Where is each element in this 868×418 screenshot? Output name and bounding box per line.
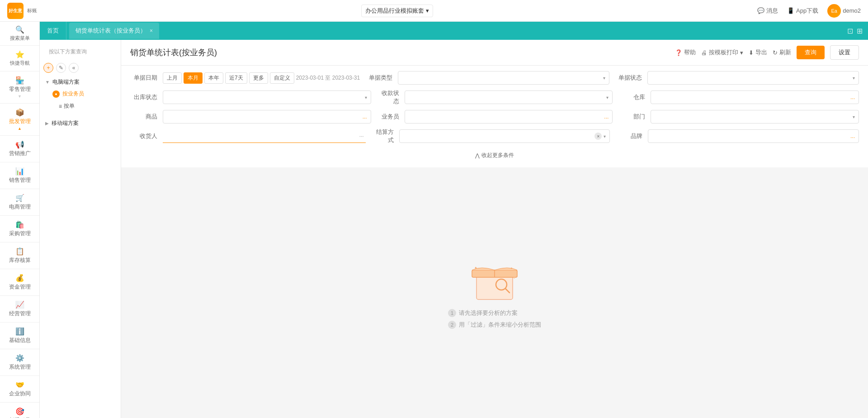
sidebar-item-wholesale[interactable]: 📦 批发管理 ▲	[0, 104, 39, 136]
consignee-input[interactable]	[163, 129, 366, 143]
payment-label: 结算方式	[371, 128, 394, 144]
brand-more-icon: ...	[850, 133, 855, 139]
filter-area: 单据日期 上月 本月 本年 近7天 更多 自定义 2023-03-01 至 20…	[121, 66, 868, 167]
sidebar-item-newbie[interactable]: 🎯 新手引导	[0, 403, 39, 418]
search-icon: 🔍	[15, 25, 24, 34]
desktop-arrow-icon: ▼	[45, 80, 50, 85]
scheme-group-mobile: ▶ 移动端方案	[40, 116, 121, 131]
empty-messages: 1 请先选择要分析的方案 2 用「过滤」条件来缩小分析范围	[448, 309, 541, 329]
tab-home[interactable]: 首页	[40, 22, 66, 40]
page-header: 销货单统计表(按业务员) ❓ 帮助 🖨 按模板打印 ▾	[121, 40, 868, 66]
date-btn-thismonth[interactable]: 本月	[184, 72, 203, 84]
msg-num-2: 2	[448, 321, 456, 329]
empty-state: ✦ ✦ ✦ 1 请先选择要分析的方案 2	[448, 256, 541, 329]
system-icon: ⚙️	[15, 354, 24, 362]
sidebar-item-finance[interactable]: 💰 资金管理	[0, 269, 39, 296]
empty-icon: ✦ ✦ ✦	[467, 256, 522, 302]
sidebar-item-ecommerce[interactable]: 🛒 电商管理	[0, 189, 39, 216]
payment-select[interactable]: × ▾	[399, 129, 610, 143]
app-download-btn[interactable]: 📱 App下载	[787, 7, 818, 15]
export-link[interactable]: ⬇ 导出	[749, 48, 767, 57]
department-chevron-icon: ▾	[853, 114, 855, 119]
tab-maximize-btn[interactable]: ⊞	[857, 27, 863, 35]
department-select[interactable]: ▾	[651, 110, 859, 124]
outstatus-chevron-icon: ▾	[365, 95, 367, 100]
sidebar-item-basicinfo[interactable]: ℹ️ 基础信息	[0, 323, 39, 349]
consignee-label: 收货人	[130, 132, 157, 140]
tab-bar-actions: ⊡ ⊞	[847, 27, 868, 35]
filter-row-4: 收货人 ··· 结算方式 × ▾ 品牌 ...	[130, 128, 859, 144]
query-btn[interactable]: 查询	[797, 46, 825, 59]
active-dot-icon: ●	[52, 90, 60, 98]
app-logo-icon: 好生意	[7, 3, 24, 19]
add-scheme-btn[interactable]: +	[43, 63, 53, 73]
salesman-label: 业务员	[377, 113, 399, 121]
help-link[interactable]: ❓ 帮助	[675, 48, 696, 57]
wholesale-icon: 📦	[15, 108, 24, 117]
refresh-icon: ↻	[773, 49, 778, 56]
doctype-select[interactable]: ▾	[398, 71, 609, 85]
warehouse-select[interactable]: ...	[651, 90, 859, 104]
scheme-desktop-header[interactable]: ▼ 电脑端方案	[40, 76, 121, 88]
sidebar-item-search[interactable]: 🔍 搜索菜单	[0, 22, 39, 46]
sidebar-item-inventory[interactable]: 📋 库存核算	[0, 242, 39, 269]
collapse-up-icon: ⋀	[475, 152, 480, 159]
sidebar-item-retail[interactable]: 🏪 零售管理 ▼	[0, 71, 39, 104]
left-panel-title: 按以下方案查询	[43, 46, 92, 59]
receivestatus-select[interactable]: ▾	[405, 90, 613, 104]
sidebar-item-sales[interactable]: 📊 销售管理	[0, 162, 39, 189]
svg-text:✦: ✦	[510, 267, 513, 270]
user-avatar-btn[interactable]: Ea demo2	[827, 4, 861, 18]
page-title-row: 销货单统计表(按业务员) ❓ 帮助 🖨 按模板打印 ▾	[130, 45, 859, 60]
template-print-link[interactable]: 🖨 按模板打印 ▾	[701, 48, 743, 57]
date-btn-7days[interactable]: 近7天	[225, 72, 247, 84]
scheme-mobile-header[interactable]: ▶ 移动端方案	[40, 118, 121, 129]
inventory-icon: 📋	[15, 247, 24, 256]
brand-select[interactable]: ...	[648, 129, 859, 143]
filter-row-2: 出库状态 ▾ 收款状态 ▾ 仓库 ...	[130, 89, 859, 105]
scheme-item-byorder[interactable]: ≡ 按单	[40, 100, 121, 112]
svg-rect-0	[476, 275, 513, 299]
empty-box-svg: ✦ ✦ ✦	[467, 256, 522, 302]
salesman-select[interactable]: ...	[405, 110, 613, 124]
print-dropdown-icon: ▾	[740, 49, 743, 56]
goods-select[interactable]: ...	[163, 110, 371, 124]
outstatus-select[interactable]: ▾	[163, 90, 371, 104]
sidebar-item-system[interactable]: ⚙️ 系统管理	[0, 349, 39, 376]
outstatus-label: 出库状态	[130, 93, 157, 101]
collapse-btn[interactable]: ⋀ 收起更多条件	[130, 149, 859, 162]
app-subtitle: 标账	[27, 7, 37, 14]
payment-chevron-icon: ▾	[604, 134, 606, 139]
refresh-link[interactable]: ↻ 刷新	[773, 48, 791, 57]
settings-btn[interactable]: 设置	[830, 45, 859, 60]
retail-icon: 🏪	[15, 76, 24, 85]
collapse-scheme-btn[interactable]: «	[69, 63, 79, 73]
message-btn[interactable]: 💬 消息	[757, 7, 778, 15]
sidebar-item-quicknav[interactable]: ⭐ 快捷导航	[0, 46, 39, 71]
date-btn-custom[interactable]: 自定义	[270, 72, 294, 84]
sidebar-item-purchase[interactable]: 🛍️ 采购管理	[0, 216, 39, 242]
filter-row-3: 商品 ... 业务员 ... 部门 ▾	[130, 110, 859, 124]
tab-close-btn[interactable]: ×	[150, 28, 153, 34]
consignee-more-icon[interactable]: ···	[359, 133, 364, 139]
app-selector-dropdown[interactable]: 办公用品行业模拟账套 ▾	[361, 5, 433, 17]
date-btn-more[interactable]: 更多	[249, 72, 268, 84]
warehouse-label: 仓库	[618, 93, 645, 101]
tab-restore-btn[interactable]: ⊡	[847, 27, 853, 35]
salesman-more-icon: ...	[604, 114, 609, 120]
scheme-item-bysalesman[interactable]: ● 按业务员	[40, 88, 121, 100]
page-content: 按以下方案查询 + ✎ « ▼ 电脑端方案 ● 按业务员	[40, 40, 868, 418]
docstatus-select[interactable]: ▾	[647, 71, 859, 85]
sidebar-item-enterprise[interactable]: 🤝 企业协同	[0, 376, 39, 403]
logo-area: 好生意 标账	[7, 3, 37, 19]
warehouse-more-icon: ...	[850, 94, 855, 100]
payment-clear-btn[interactable]: ×	[594, 133, 602, 140]
tab-current[interactable]: 销货单统计表（按业务员） ×	[69, 23, 159, 39]
date-btn-thisyear[interactable]: 本年	[204, 72, 223, 84]
sidebar-item-marketing[interactable]: 📢 营销推广	[0, 136, 39, 162]
left-panel: 按以下方案查询 + ✎ « ▼ 电脑端方案 ● 按业务员	[40, 40, 121, 418]
edit-scheme-btn[interactable]: ✎	[56, 63, 66, 73]
docstatus-label: 单据状态	[615, 74, 642, 82]
date-btn-lastmonth[interactable]: 上月	[163, 72, 182, 84]
sidebar-item-operations[interactable]: 📈 经营管理	[0, 296, 39, 323]
